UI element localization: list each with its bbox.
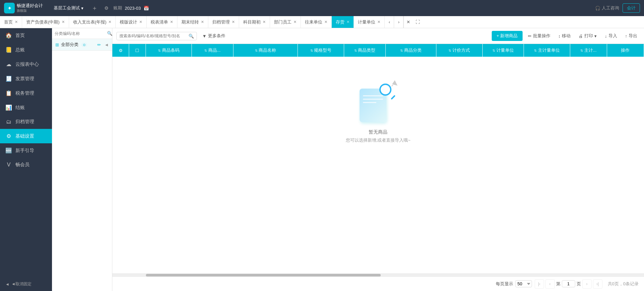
sidebar-item-guide[interactable]: 🆕 新手引导	[0, 143, 52, 158]
sidebar-item-home[interactable]: 🏠 首页	[0, 28, 52, 43]
main-layout: 🏠 首页 📒 总账 ☁ 云报表中心 🧾 发票管理 📋 税务管理 📊 结账 🗂 归…	[0, 28, 644, 291]
col-header-extra[interactable]: ⇅ 主计...	[570, 44, 607, 57]
tab-archive[interactable]: 归档管理 ✕	[208, 16, 239, 28]
tax-icon: 📋	[5, 90, 12, 96]
horizontal-scrollbar[interactable]	[112, 274, 644, 276]
tab-template-close[interactable]: ✕	[139, 20, 142, 24]
sidebar-item-tax[interactable]: 📋 税务管理	[0, 86, 52, 100]
calendar-icon[interactable]: 📅	[144, 6, 149, 11]
print-button[interactable]: 🖨 打印 ▾	[576, 32, 599, 40]
tab-next-button[interactable]: ›	[394, 16, 404, 28]
filter-icon: ▼	[202, 34, 207, 39]
col-header-spec[interactable]: ⇅ 规格型号	[298, 44, 344, 57]
col-header-main-unit[interactable]: ⇅ 主计量单位	[524, 44, 570, 57]
page-label: 第	[556, 281, 560, 287]
sidebar-item-invoice[interactable]: 🧾 发票管理	[0, 71, 52, 86]
settle-icon: 📊	[5, 104, 12, 111]
more-filter-button[interactable]: ▼ 更多条件	[200, 32, 228, 40]
next-page-button[interactable]: ›	[582, 279, 592, 289]
tab-dept[interactable]: 部门员工 ✕	[270, 16, 301, 28]
sort-barcode-icon: ⇅	[158, 49, 161, 52]
sidebar-item-settle[interactable]: 📊 结账	[0, 100, 52, 115]
tab-partner[interactable]: 往来单位 ✕	[301, 16, 332, 28]
category-search-icon[interactable]: 🔍	[107, 31, 112, 36]
col-header-type[interactable]: ⇅ 商品类型	[344, 44, 385, 57]
first-page-button[interactable]: |‹	[535, 279, 544, 289]
sidebar-item-settings[interactable]: ⚙ 基础设置	[0, 129, 52, 143]
sidebar-unpin-button[interactable]: ◄ ◄取消固定	[0, 277, 52, 291]
col-header-settings[interactable]: ⚙	[112, 44, 129, 57]
import-button[interactable]: ↓ 导入	[602, 32, 620, 40]
add-product-button[interactable]: + 新增商品	[492, 31, 522, 41]
col-header-price[interactable]: ⇅ 计价方式	[436, 44, 483, 57]
sidebar-item-vip[interactable]: V 畅会员	[0, 158, 52, 172]
tab-partner-close[interactable]: ✕	[324, 20, 327, 24]
all-category-label[interactable]: 全部分类	[61, 42, 78, 48]
tab-balance-close[interactable]: ✕	[62, 20, 65, 24]
sort-category-icon: ⇅	[400, 49, 403, 52]
export-button[interactable]: ↑ 导出	[623, 32, 640, 40]
sidebar-item-reports[interactable]: ☁ 云报表中心	[0, 57, 52, 71]
page-unit: 页	[577, 281, 581, 287]
tab-unit-close[interactable]: ✕	[377, 20, 380, 24]
sidebar-item-ledger[interactable]: 📒 总账	[0, 43, 52, 57]
search-icon[interactable]: 🔍	[189, 34, 194, 39]
col-header-unit[interactable]: ⇅ 计量单位	[482, 44, 524, 57]
import-icon: ↓	[605, 34, 607, 39]
category-collapse-icon[interactable]: ◄	[104, 42, 109, 47]
tab-balance[interactable]: 资产负债表(中期) ✕	[22, 16, 69, 28]
tab-prev-button[interactable]: ‹	[385, 16, 394, 28]
last-page-button[interactable]: ›|	[593, 279, 602, 289]
category-search-input[interactable]	[55, 31, 105, 36]
tab-tax-close[interactable]: ✕	[170, 20, 173, 24]
col-header-barcode[interactable]: ⇅ 商品条码	[146, 44, 192, 57]
sort-main-unit-icon: ⇅	[534, 49, 537, 52]
sidebar-label-reports: 云报表中心	[15, 61, 39, 67]
service-button[interactable]: 🎧 人工咨询	[595, 5, 619, 11]
tab-period-end-close[interactable]: ✕	[201, 20, 204, 24]
sidebar-label-ledger: 总账	[15, 47, 25, 53]
tab-unit[interactable]: 计量单位 ✕	[354, 16, 385, 28]
tab-bar: 首页 ✕ 资产负债表(中期) ✕ 收入支出表(年报) ✕ 模版设计 ✕ 税表清单…	[0, 16, 644, 28]
sort-extra-icon: ⇅	[580, 49, 583, 52]
sidebar-label-settings: 基础设置	[15, 133, 34, 139]
settings-icon[interactable]: ⚙	[102, 5, 111, 11]
sidebar: 🏠 首页 📒 总账 ☁ 云报表中心 🧾 发票管理 📋 税务管理 📊 结账 🗂 归…	[0, 28, 52, 291]
tab-income-close[interactable]: ✕	[108, 20, 111, 24]
tab-dept-close[interactable]: ✕	[293, 20, 297, 24]
right-panel: 🔍 ▼ 更多条件 + 新增商品 ✏ 批量操作 ↕	[112, 28, 644, 291]
col-header-category[interactable]: ⇅ 商品分类	[385, 44, 436, 57]
scroll-thumb[interactable]	[146, 274, 381, 277]
search-input[interactable]	[119, 34, 186, 38]
tab-archive-close[interactable]: ✕	[232, 20, 235, 24]
tab-period-end[interactable]: 期末结转 ✕	[177, 16, 208, 28]
prev-page-button[interactable]: ‹	[545, 279, 555, 289]
tab-inventory[interactable]: 存货 ✕	[332, 16, 354, 28]
category-edit-icon[interactable]: ✏	[97, 42, 101, 47]
tab-inventory-label: 存货	[336, 19, 344, 25]
batch-button[interactable]: ✏ 批量操作	[525, 32, 553, 40]
tab-subject[interactable]: 科目期初 ✕	[239, 16, 270, 28]
move-button[interactable]: ↕ 移动	[556, 32, 574, 40]
sidebar-item-archive[interactable]: 🗂 归档管理	[0, 115, 52, 129]
table-area: ⚙ ☐ ⇅ 商品条码 ⇅ 商品...	[112, 44, 644, 274]
tab-tax[interactable]: 税表清单 ✕	[147, 16, 177, 28]
account-button[interactable]: 会计	[623, 3, 640, 13]
tab-home[interactable]: 首页 ✕	[0, 16, 22, 28]
col-header-check[interactable]: ☐	[129, 44, 146, 57]
col-header-code[interactable]: ⇅ 商品...	[192, 44, 233, 57]
tab-income[interactable]: 收入支出表(年报) ✕	[69, 16, 116, 28]
tab-subject-close[interactable]: ✕	[263, 20, 266, 24]
tab-home-close[interactable]: ✕	[15, 20, 18, 24]
add-tab-button[interactable]: ＋	[90, 3, 100, 13]
company-selector[interactable]: 基层工会测试 ▾	[51, 4, 86, 12]
page-nav: |‹ ‹ 第 页 › ›|	[535, 279, 602, 289]
tab-close-all-button[interactable]: ✕	[404, 16, 413, 28]
empty-state: 暂无商品 您可以选择新增,或者直接导入哦~	[112, 57, 644, 157]
tab-inventory-close[interactable]: ✕	[346, 20, 350, 24]
page-number-input[interactable]	[562, 280, 575, 287]
tab-template[interactable]: 模版设计 ✕	[116, 16, 147, 28]
page-size-select[interactable]: 50 10 20 100	[515, 280, 532, 287]
col-header-name[interactable]: ⇅ 商品名称	[233, 44, 298, 57]
tab-expand-button[interactable]: ⛶	[413, 16, 422, 28]
